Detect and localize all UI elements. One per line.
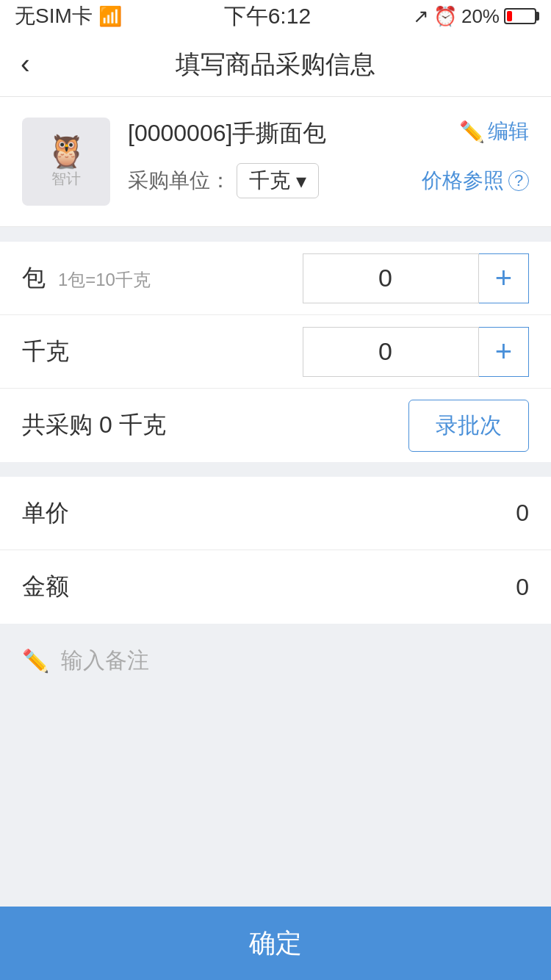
owl-text: 智计: [51, 169, 81, 189]
kg-input-row: 千克 +: [0, 315, 551, 389]
nav-bar: ‹ 填写商品采购信息: [0, 32, 551, 97]
location-icon: ↗: [413, 5, 429, 28]
kg-quantity-input[interactable]: [303, 327, 479, 377]
empty-content-area: [0, 698, 551, 918]
bag-plus-button[interactable]: +: [479, 253, 529, 303]
product-name: [0000006]手撕面包: [128, 118, 326, 150]
unit-value: 千克: [249, 167, 290, 195]
confirm-bar[interactable]: 确定: [0, 907, 551, 980]
unit-price-value: 0: [516, 500, 529, 527]
total-text: 共采购 0 千克: [22, 409, 166, 442]
battery-icon: [504, 8, 536, 24]
bag-input-row: 包 1包=10千克 +: [0, 242, 551, 315]
help-icon: ?: [508, 170, 529, 191]
bag-quantity-input[interactable]: [303, 253, 479, 303]
status-right: ↗ ⏰ 20%: [413, 5, 536, 28]
wifi-icon: 📶: [98, 5, 122, 28]
bag-label-container: 包 1包=10千克: [22, 262, 303, 295]
page-title: 填写商品采购信息: [176, 48, 375, 82]
bag-label: 包: [22, 264, 46, 291]
back-button[interactable]: ‹: [21, 48, 30, 80]
product-image: 🦉 智计: [22, 118, 110, 206]
total-row: 共采购 0 千克 录批次: [0, 389, 551, 462]
status-bar: 无SIM卡 📶 下午6:12 ↗ ⏰ 20%: [0, 0, 551, 32]
battery-percent: 20%: [461, 5, 500, 28]
bag-input-control: +: [303, 253, 529, 303]
pencil-icon: ✏️: [22, 648, 49, 674]
unit-select[interactable]: 千克 ▾: [237, 163, 319, 198]
amount-value: 0: [516, 574, 529, 601]
kg-plus-button[interactable]: +: [479, 327, 529, 377]
product-info: [0000006]手撕面包 ✏️ 编辑 采购单位： 千克 ▾ 价格参照 ?: [128, 118, 529, 198]
carrier-text: 无SIM卡: [15, 2, 93, 30]
section-divider-1: [0, 227, 551, 242]
kg-label: 千克: [22, 336, 303, 368]
kg-input-section: 千克 +: [0, 315, 551, 389]
amount-row: 金额 0: [0, 550, 551, 624]
bag-sub-label: 1包=10千克: [58, 270, 151, 289]
unit-label: 采购单位：: [128, 167, 231, 195]
amount-label: 金额: [22, 571, 69, 603]
price-ref-button[interactable]: 价格参照 ?: [422, 167, 529, 195]
record-batch-button[interactable]: 录批次: [408, 400, 529, 452]
price-ref-label: 价格参照: [422, 167, 504, 195]
section-divider-2: [0, 462, 551, 477]
edit-icon: ✏️: [459, 120, 485, 144]
product-card: 🦉 智计 [0000006]手撕面包 ✏️ 编辑 采购单位： 千克 ▾ 价格参照: [0, 97, 551, 227]
alarm-icon: ⏰: [433, 5, 457, 28]
bag-input-section: 包 1包=10千克 +: [0, 242, 551, 315]
kg-input-control: +: [303, 327, 529, 377]
status-time: 下午6:12: [224, 1, 311, 32]
confirm-button-label: 确定: [249, 926, 302, 962]
notes-placeholder: 输入备注: [61, 646, 149, 676]
edit-button[interactable]: ✏️ 编辑: [459, 118, 529, 145]
unit-row: 采购单位： 千克 ▾ 价格参照 ?: [128, 163, 529, 198]
notes-section[interactable]: ✏️ 输入备注: [0, 624, 551, 698]
unit-price-label: 单价: [22, 497, 69, 530]
owl-icon: 🦉: [46, 135, 87, 167]
edit-label: 编辑: [488, 118, 529, 145]
status-left: 无SIM卡 📶: [15, 2, 122, 30]
chevron-down-icon: ▾: [296, 169, 306, 193]
unit-price-row: 单价 0: [0, 477, 551, 550]
price-section: 单价 0 金额 0: [0, 477, 551, 624]
product-header: [0000006]手撕面包 ✏️ 编辑: [128, 118, 529, 150]
